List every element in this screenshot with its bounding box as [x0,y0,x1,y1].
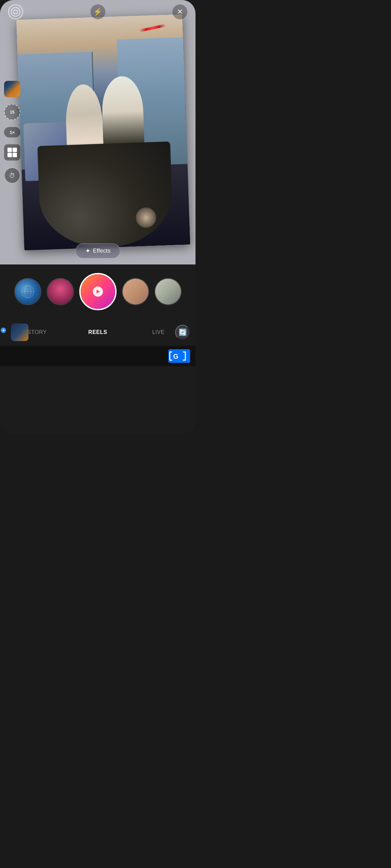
gallery-nav-thumb[interactable] [11,323,28,341]
timer-button[interactable]: 15 [4,104,20,120]
flowers-thumbnail [47,279,73,304]
effects-button[interactable]: ✦ Effects [75,243,120,258]
flip-camera-icon: 🔄 [179,328,187,336]
cat-thumbnail [155,279,181,304]
camera-viewfinder: ⚡ ✕ 15 1× ⏱ [0,0,196,264]
record-button[interactable] [79,273,117,310]
settings-button[interactable] [8,4,23,19]
svg-rect-3 [168,349,190,363]
gallery-strip [0,264,196,319]
settings-icon [11,7,20,17]
close-icon: ✕ [177,7,183,16]
zoom-button[interactable]: 1× [4,127,20,138]
nav-item-reels[interactable]: REELS [67,326,128,339]
close-button[interactable]: ✕ [172,4,187,19]
nav-bar: + STORY REELS LIVE 🔄 [0,319,196,346]
svg-text:G: G [173,353,179,360]
globe-thumbnail [15,279,41,304]
brand-logo: G [168,349,190,363]
flash-off-icon: ⚡ [93,7,102,16]
camera-subject [16,14,190,251]
record-thumbnail [81,274,115,309]
left-controls: 15 1× ⏱ [4,81,20,184]
gallery-thumb-hand[interactable] [122,278,149,305]
bottom-section: + STORY REELS LIVE 🔄 G [0,264,196,434]
add-badge: + [0,327,7,334]
flip-camera-button[interactable]: 🔄 [175,325,190,340]
effects-label: Effects [93,248,110,254]
timer-value: 15 [10,110,14,115]
gallery-thumb-cat[interactable] [155,278,182,305]
layout-icon [7,148,17,157]
play-icon [93,287,103,297]
thumbnail-button[interactable] [4,81,20,97]
top-controls: ⚡ ✕ [0,0,196,24]
gallery-nav-preview [11,323,28,341]
gallery-thumb-globe[interactable] [14,278,41,305]
hand-thumbnail [123,279,148,304]
phone-frame: ⚡ ✕ 15 1× ⏱ [0,0,196,434]
countdown-icon: ⏱ [9,172,15,179]
gallery-thumb-flowers[interactable] [47,278,74,305]
bottom-bar: G [0,346,196,366]
effects-icon: ✦ [85,247,90,255]
flash-button[interactable]: ⚡ [90,4,105,19]
thumbnail-preview [4,81,20,97]
zoom-value: 1× [10,130,15,135]
countdown-button[interactable]: ⏱ [4,167,20,184]
layout-button[interactable] [4,144,20,161]
